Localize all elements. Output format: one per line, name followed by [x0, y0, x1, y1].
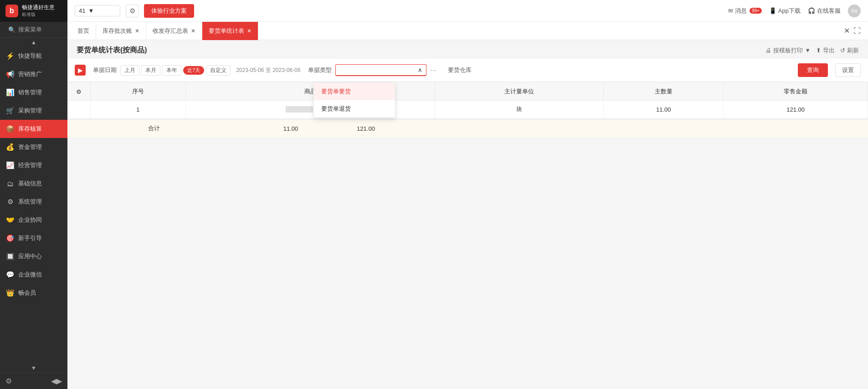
trial-button[interactable]: 体验行业方案 [144, 4, 194, 18]
date-btn-last-7-days[interactable]: 近7天 [183, 66, 204, 75]
dropdown-item-order-purchase[interactable]: 要货单要货 [314, 83, 395, 100]
row-settings-cell [67, 101, 90, 118]
sidebar-item-label-system: 系统管理 [18, 198, 42, 206]
sidebar-item-sales[interactable]: 📊 销售管理 [0, 83, 67, 102]
sidebar-item-label-finance: 资金管理 [18, 143, 42, 151]
sidebar-item-inventory[interactable]: 📦 库存核算 [0, 120, 67, 138]
sidebar-scroll-up[interactable]: ▲ [0, 38, 67, 47]
date-btn-last-month[interactable]: 上月 [120, 65, 139, 76]
export-icon: ⬆ [816, 47, 821, 54]
footer-collapse-icon[interactable]: ◀▶ [51, 377, 62, 385]
date-btn-this-month[interactable]: 本月 [141, 65, 160, 76]
table-header-row: ⚙ 序号 商品 主计量单位 主数量 零售金额 [67, 83, 868, 101]
row-product-cell [186, 101, 435, 118]
sidebar-item-appstore[interactable]: 🔲 应用中心 [0, 247, 67, 266]
main-area: 41 ▼ ⚙ 体验行业方案 ✉ 消息 99+ 📱 App下载 🎧 在线客服 [67, 0, 868, 389]
sidebar: b 畅捷通好生意 标准版 🔍 搜索菜单 ▲ ⚡ 快捷导航 📢 营销推广 📊 销售… [0, 0, 67, 389]
page-header: 要货单统计表(按商品) 🖨 按模板打印 ▼ ⬆ 导出 ↺ 刷新 [67, 40, 868, 59]
settings-button[interactable]: 设置 [835, 63, 861, 77]
tab-order-stat[interactable]: 要货单统计表 ✕ [202, 22, 258, 40]
more-filters-button[interactable]: ··· [430, 66, 437, 75]
sidebar-item-finance[interactable]: 💰 资金管理 [0, 138, 67, 156]
gear-icon: ⚙ [129, 7, 135, 15]
online-service-button[interactable]: 🎧 在线客服 [808, 7, 841, 15]
sidebar-item-member[interactable]: 👑 畅会员 [0, 284, 67, 302]
sidebar-item-label-enterprise: 企业协同 [18, 216, 42, 224]
content-area: 要货单统计表(按商品) 🖨 按模板打印 ▼ ⬆ 导出 ↺ 刷新 [67, 40, 868, 389]
top-bar-left: 41 ▼ ⚙ 体验行业方案 [75, 4, 194, 18]
sidebar-item-label-shortcut: 快捷导航 [18, 52, 42, 60]
tab-home[interactable]: 首页 [71, 22, 96, 40]
sidebar-item-label-guide: 新手引导 [18, 234, 42, 242]
search-menu-label: 搜索菜单 [18, 26, 42, 34]
sales-icon: 📊 [5, 88, 15, 97]
export-button[interactable]: ⬆ 导出 [816, 46, 835, 55]
tab-order-stat-close[interactable]: ✕ [247, 28, 252, 34]
date-btn-this-year[interactable]: 本年 [162, 65, 181, 76]
tab-inventory-batch-close[interactable]: ✕ [135, 28, 139, 34]
search-menu[interactable]: 🔍 搜索菜单 [0, 22, 67, 38]
sidebar-item-wechat[interactable]: 💬 企业微信 [0, 266, 67, 284]
footer-settings-icon[interactable]: ⚙ [5, 377, 12, 385]
table-footer: 合计 11.00 121.00 [67, 119, 868, 137]
marketing-icon: 📢 [5, 70, 15, 79]
query-button[interactable]: 查询 [798, 63, 828, 77]
sidebar-item-label-inventory: 库存核算 [18, 125, 42, 133]
inventory-icon: 📦 [5, 124, 15, 133]
app-sub: 标准版 [22, 11, 55, 18]
sidebar-footer: ⚙ ◀▶ [0, 373, 67, 389]
date-buttons: 上月 本月 本年 近7天 自定义 [120, 65, 231, 76]
sidebar-item-label-marketing: 营销推广 [18, 70, 42, 78]
sidebar-item-basic[interactable]: 🗂 基础信息 [0, 174, 67, 193]
user-avatar[interactable]: Rit [848, 5, 861, 17]
app-download-button[interactable]: 📱 App下载 [769, 7, 801, 15]
refresh-icon: ↺ [840, 47, 845, 54]
online-service-label: 在线客服 [817, 7, 841, 15]
date-btn-custom[interactable]: 自定义 [206, 65, 231, 76]
page-actions: 🖨 按模板打印 ▼ ⬆ 导出 ↺ 刷新 [765, 46, 859, 55]
topbar-gear-button[interactable]: ⚙ [126, 5, 139, 17]
logo: b 畅捷通好生意 标准版 [0, 0, 67, 22]
app-download-icon: 📱 [769, 7, 776, 14]
type-filter-label: 单据类型 [308, 66, 332, 74]
footer-total-label: 合计 [113, 124, 195, 133]
type-dropdown: 要货单要货 要货单退货 [313, 82, 395, 118]
sidebar-item-enterprise[interactable]: 🤝 企业协同 [0, 211, 67, 229]
sidebar-item-marketing[interactable]: 📢 营销推广 [0, 65, 67, 83]
sidebar-item-guide[interactable]: 🎯 新手引导 [0, 229, 67, 247]
sidebar-item-label-sales: 销售管理 [18, 88, 42, 97]
sidebar-item-shortcut[interactable]: ⚡ 快捷导航 [0, 47, 67, 65]
refresh-label: 刷新 [847, 46, 859, 55]
type-select[interactable]: ∧ [335, 64, 426, 76]
tabs-actions: ✕ ⛶ [844, 26, 864, 35]
print-button[interactable]: 🖨 按模板打印 ▼ [765, 46, 811, 55]
date-filter-label: 单据日期 [93, 66, 117, 74]
refresh-button[interactable]: ↺ 刷新 [840, 46, 859, 55]
tab-close-all-icon[interactable]: ✕ [844, 26, 850, 35]
col-amount-header: 零售金额 [724, 83, 868, 101]
dropdown-item-order-return[interactable]: 要货单退货 [314, 100, 395, 118]
tab-inventory-batch[interactable]: 库存批次账 ✕ [96, 22, 146, 40]
filter-toggle-button[interactable]: ▶ [75, 65, 86, 76]
tab-receive-send[interactable]: 收发存汇总表 ✕ [146, 22, 202, 40]
app-name: 畅捷通好生意 [22, 4, 55, 11]
sidebar-scroll-down[interactable]: ▼ [0, 363, 67, 373]
tab-receive-send-close[interactable]: ✕ [191, 28, 195, 34]
guide-icon: 🎯 [5, 234, 15, 243]
date-range-text: 2023-05-06 至 2023-06-06 [236, 67, 300, 74]
top-bar: 41 ▼ ⚙ 体验行业方案 ✉ 消息 99+ 📱 App下载 🎧 在线客服 [67, 0, 868, 22]
message-button[interactable]: ✉ 消息 99+ [728, 7, 762, 15]
page-title: 要货单统计表(按商品) [77, 46, 147, 55]
store-chevron-icon: ▼ [88, 7, 94, 14]
store-selector[interactable]: 41 ▼ [75, 5, 120, 16]
sidebar-item-purchase[interactable]: 🛒 采购管理 [0, 102, 67, 120]
member-icon: 👑 [5, 288, 15, 297]
message-icon: ✉ [728, 7, 733, 14]
basic-icon: 🗂 [5, 179, 15, 188]
sidebar-item-operation[interactable]: 📈 经营管理 [0, 156, 67, 174]
export-label: 导出 [823, 46, 835, 55]
tab-expand-icon[interactable]: ⛶ [853, 27, 861, 35]
col-settings-header[interactable]: ⚙ [67, 83, 90, 101]
table-row: 1 块 11.00 121.00 [67, 101, 868, 118]
sidebar-item-system[interactable]: ⚙ 系统管理 [0, 193, 67, 211]
